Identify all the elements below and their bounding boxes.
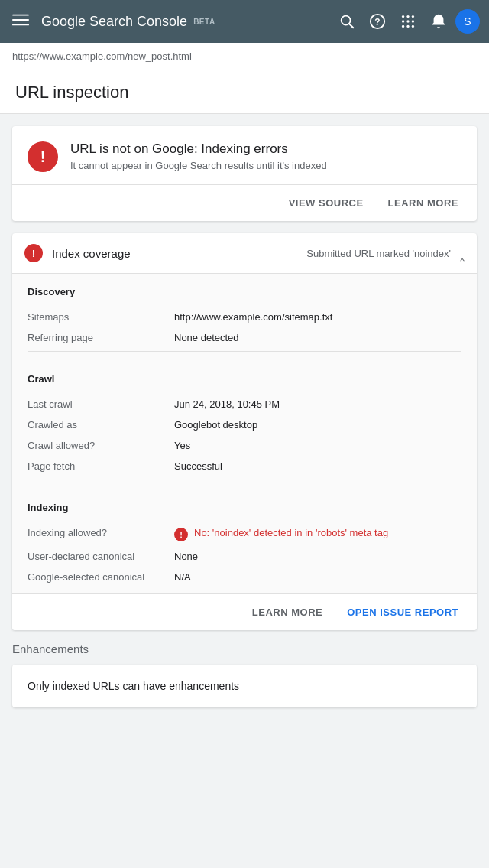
apps-icon[interactable]	[394, 8, 422, 35]
row-label: Referring page	[28, 332, 165, 343]
row-value: None detected	[174, 332, 461, 343]
notifications-icon[interactable]	[425, 8, 452, 35]
table-row: Crawl allowed?Yes	[28, 435, 461, 456]
row-value: Successful	[174, 460, 461, 472]
coverage-card: ! Index coverage Submitted URL marked 'n…	[12, 233, 477, 630]
svg-point-10	[402, 20, 404, 22]
app-logo: Google Search ConsoleBETA	[41, 14, 324, 30]
details-group-1: CrawlLast crawlJun 24, 2018, 10:45 PMCra…	[28, 361, 461, 489]
svg-line-4	[349, 24, 353, 28]
main-content: ! URL is not on Google: Indexing errors …	[0, 114, 489, 642]
table-row: Referring pageNone detected	[28, 327, 461, 348]
enhancements-section: Enhancements Only indexed URLs can have …	[0, 642, 489, 720]
svg-point-9	[412, 15, 414, 18]
row-value: Googlebot desktop	[174, 419, 461, 431]
help-icon[interactable]: ?	[364, 8, 391, 35]
row-label: Google-selected canonical	[28, 571, 165, 583]
row-value: Jun 24, 2018, 10:45 PM	[174, 398, 461, 410]
svg-rect-1	[12, 19, 29, 21]
url-text: https://www.example.com/new_post.html	[12, 50, 192, 62]
table-row: Google-selected canonicalN/A	[28, 567, 461, 587]
app-title: Google Search Console	[41, 14, 187, 30]
view-source-button[interactable]: VIEW SOURCE	[283, 193, 370, 213]
learn-more-button[interactable]: LEARN MORE	[382, 193, 465, 213]
details-group-label-0: Discovery	[28, 286, 461, 297]
coverage-learn-more-button[interactable]: LEARN MORE	[246, 602, 329, 623]
svg-rect-0	[12, 14, 29, 15]
chevron-up-icon: ‸	[460, 245, 465, 262]
error-card-title: URL is not on Google: Indexing errors	[70, 141, 461, 157]
coverage-details: DiscoverySitemapshttp://www.example.com/…	[12, 274, 477, 593]
svg-point-12	[412, 20, 414, 22]
coverage-title: Index coverage	[52, 247, 297, 260]
row-value: !No: 'noindex' detected in in 'robots' m…	[174, 527, 461, 541]
coverage-header[interactable]: ! Index coverage Submitted URL marked 'n…	[12, 233, 477, 274]
row-label: Last crawl	[28, 398, 165, 410]
app-header: Google Search ConsoleBETA ?	[0, 0, 489, 43]
row-label: Crawled as	[28, 419, 165, 431]
enhancements-label: Enhancements	[12, 642, 477, 655]
svg-rect-2	[12, 24, 29, 25]
row-value: None	[174, 551, 461, 562]
error-card-header: ! URL is not on Google: Indexing errors …	[12, 126, 477, 184]
error-icon: !	[28, 141, 58, 172]
row-label: Crawl allowed?	[28, 440, 165, 451]
error-card-subtitle: It cannot appear in Google Search result…	[70, 160, 461, 171]
beta-badge: BETA	[193, 18, 215, 26]
coverage-status: Submitted URL marked 'noindex'	[306, 248, 451, 259]
row-value: http://www.example.com/sitemap.txt	[174, 311, 461, 323]
page-title: URL inspection	[15, 83, 474, 102]
details-group-label-1: Crawl	[28, 373, 461, 385]
row-label: Sitemaps	[28, 311, 165, 323]
svg-text:?: ?	[374, 17, 380, 28]
details-group-2: IndexingIndexing allowed?!No: 'noindex' …	[28, 489, 461, 593]
row-label: User-declared canonical	[28, 551, 165, 562]
table-row: Page fetchSuccessful	[28, 456, 461, 476]
error-card-actions: VIEW SOURCE LEARN MORE	[12, 184, 477, 221]
svg-point-8	[406, 15, 409, 18]
inline-error-icon: !	[174, 528, 188, 541]
url-bar: https://www.example.com/new_post.html	[0, 43, 489, 70]
menu-icon[interactable]	[9, 8, 32, 35]
row-label: Indexing allowed?	[28, 527, 165, 538]
table-row: Indexing allowed?!No: 'noindex' detected…	[28, 522, 461, 546]
error-card-text: URL is not on Google: Indexing errors It…	[70, 141, 461, 171]
enhancements-card: Only indexed URLs can have enhancements	[12, 665, 477, 707]
table-row: Sitemapshttp://www.example.com/sitemap.t…	[28, 307, 461, 327]
table-row: Last crawlJun 24, 2018, 10:45 PM	[28, 394, 461, 414]
error-card: ! URL is not on Google: Indexing errors …	[12, 126, 477, 221]
table-row: User-declared canonicalNone	[28, 546, 461, 567]
details-group-label-2: Indexing	[28, 502, 461, 513]
row-value: Yes	[174, 440, 461, 451]
coverage-error-icon: !	[24, 244, 43, 262]
row-value: N/A	[174, 571, 461, 583]
page-title-section: URL inspection	[0, 70, 489, 114]
avatar[interactable]: S	[455, 9, 480, 34]
open-issue-report-button[interactable]: OPEN ISSUE REPORT	[341, 602, 465, 623]
svg-point-13	[402, 25, 404, 28]
coverage-card-actions: LEARN MORE OPEN ISSUE REPORT	[12, 593, 477, 630]
details-group-0: DiscoverySitemapshttp://www.example.com/…	[28, 274, 461, 361]
svg-point-15	[412, 25, 414, 28]
header-actions: ? S	[333, 8, 480, 35]
enhancements-card-text: Only indexed URLs can have enhancements	[28, 680, 239, 692]
table-row: Crawled asGooglebot desktop	[28, 414, 461, 435]
row-label: Page fetch	[28, 460, 165, 472]
svg-point-11	[406, 20, 409, 22]
search-icon[interactable]	[333, 8, 361, 35]
svg-point-7	[402, 15, 404, 18]
svg-point-14	[406, 25, 409, 28]
